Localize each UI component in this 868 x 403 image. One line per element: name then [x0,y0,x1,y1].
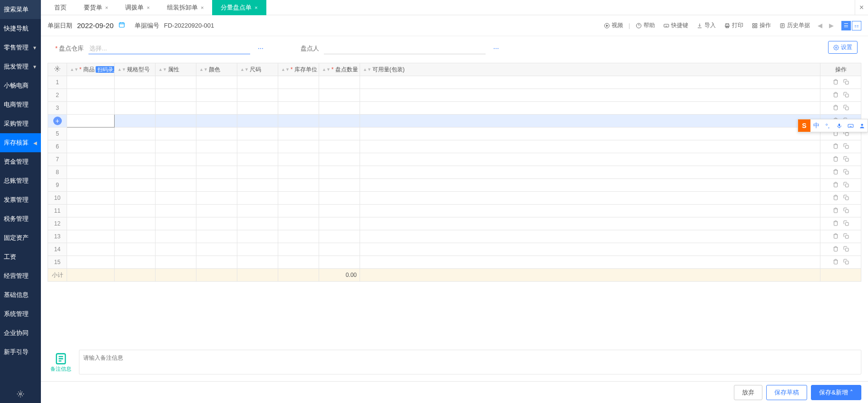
table-row[interactable]: 3 [48,102,861,115]
row-delete-icon[interactable] [833,208,839,215]
table-row[interactable]: 12 [48,217,861,230]
row-delete-icon[interactable] [833,79,839,86]
sidebar-item-4[interactable]: 小畅电商 [0,76,41,95]
sidebar-item-6[interactable]: 采购管理 [0,114,41,133]
table-row[interactable]: 5 [48,128,861,140]
sidebar-item-7[interactable]: 库存核算◀ [0,133,41,152]
row-copy-icon[interactable] [843,157,849,163]
table-row[interactable]: 10 [48,192,861,205]
row-delete-icon[interactable] [833,195,839,202]
toolbar-video[interactable]: 视频 [601,21,626,29]
header-size[interactable]: ▲▼尺码 [237,63,278,76]
row-copy-icon[interactable] [843,182,849,189]
tab-close-icon[interactable]: × [201,0,204,15]
row-copy-icon[interactable] [843,144,849,150]
ime-person-icon[interactable] [856,123,868,129]
sidebar-item-9[interactable]: 总账管理 [0,171,41,190]
sidebar-item-2[interactable]: 零售管理▼ [0,38,41,57]
tab-close-icon[interactable]: × [146,0,149,15]
tab-2[interactable]: 调拨单× [117,0,158,15]
ime-punct-icon[interactable]: °, [822,122,833,129]
sidebar-item-5[interactable]: 电商管理 [0,95,41,114]
sidebar-item-12[interactable]: 固定资产 [0,228,41,247]
person-more-icon[interactable]: ⋯ [493,45,499,52]
header-qty[interactable]: ▲▼*盘点数量 [319,63,360,76]
table-row[interactable]: + [48,115,861,128]
table-row[interactable]: 11 [48,205,861,217]
discard-button[interactable]: 放弃 [734,385,762,400]
sidebar-item-13[interactable]: 工资 [0,247,41,266]
row-delete-icon[interactable] [833,182,839,189]
row-delete-icon[interactable] [833,234,839,240]
tab-3[interactable]: 组装拆卸单× [158,0,212,15]
sidebar-item-17[interactable]: 企业协同 [0,324,41,343]
row-delete-icon[interactable] [833,259,839,266]
table-row[interactable]: 9 [48,179,861,192]
sidebar-item-0[interactable]: 搜索菜单 [0,0,41,19]
toolbar-shortcut[interactable]: 快捷键 [661,21,691,29]
row-copy-icon[interactable] [843,221,849,227]
sidebar-item-8[interactable]: 资金管理 [0,152,41,171]
sidebar-item-11[interactable]: 税务管理 [0,209,41,228]
ime-keyboard-icon[interactable] [845,123,856,129]
toolbar-import[interactable]: 导入 [694,21,719,29]
ime-mic-icon[interactable] [833,123,845,129]
remarks-input[interactable] [79,350,861,374]
save-draft-button[interactable]: 保存草稿 [766,385,807,400]
ime-lang[interactable]: 中 [810,121,822,130]
table-row[interactable]: 2 [48,89,861,102]
row-copy-icon[interactable] [843,79,849,86]
view-grid[interactable]: ⚏ [852,21,861,30]
row-delete-icon[interactable] [833,144,839,150]
sidebar-item-15[interactable]: 基础信息 [0,285,41,305]
add-row-icon[interactable]: + [53,117,62,125]
row-copy-icon[interactable] [843,259,849,266]
sidebar-item-14[interactable]: 经营管理 [0,266,41,285]
header-spec[interactable]: ▲▼规格型号 [115,63,156,76]
row-delete-icon[interactable] [833,169,839,176]
header-avail[interactable]: ▲▼可用量(包装) [360,63,820,76]
scan-badge[interactable]: 扫码录入 [96,66,115,73]
header-unit[interactable]: ▲▼*库存单位 [278,63,319,76]
row-copy-icon[interactable] [843,234,849,240]
toolbar-print[interactable]: 打印 [722,21,746,29]
calendar-icon[interactable] [118,21,125,29]
table-row[interactable]: 13 [48,230,861,243]
tab-1[interactable]: 要货单× [75,0,117,15]
row-copy-icon[interactable] [843,208,849,215]
table-row[interactable]: 14 [48,243,861,256]
tab-close-icon[interactable]: × [105,0,108,15]
settings-button[interactable]: 设置 [828,41,858,54]
sidebar-item-10[interactable]: 发票管理 [0,190,41,209]
row-delete-icon[interactable] [833,157,839,163]
table-row[interactable]: 6 [48,140,861,153]
nav-prev[interactable]: ◀ [816,22,824,29]
row-delete-icon[interactable] [833,246,839,253]
row-delete-icon[interactable] [833,105,839,112]
tab-4[interactable]: 分量盘点单× [212,0,266,15]
table-row[interactable]: 8 [48,166,861,179]
person-input[interactable] [324,43,486,54]
row-delete-icon[interactable] [833,92,839,99]
view-list[interactable]: ☰ [841,21,851,30]
header-attr[interactable]: ▲▼属性 [156,63,196,76]
table-row[interactable]: 7 [48,153,861,166]
warehouse-more-icon[interactable]: ⋯ [258,45,263,52]
row-copy-icon[interactable] [843,195,849,202]
date-value[interactable]: 2022-09-20 [77,21,114,29]
warehouse-input[interactable] [88,43,250,54]
tabs-close-all[interactable]: × [855,0,868,15]
table-row[interactable]: 15 [48,256,861,269]
sidebar-item-16[interactable]: 系统管理 [0,305,41,324]
tab-close-icon[interactable]: × [254,0,257,15]
save-new-button[interactable]: 保存&新增˄ [811,385,861,400]
sidebar-item-18[interactable]: 新手引导 [0,343,41,362]
header-gear[interactable] [48,63,67,76]
toolbar-operate[interactable]: 操作 [749,21,774,29]
ime-toolbar[interactable]: S 中 °, [798,119,868,132]
tab-0[interactable]: 首页 [46,0,75,15]
table-row[interactable]: 1 [48,76,861,89]
product-cell-active[interactable] [67,115,115,128]
sidebar-item-1[interactable]: 快捷导航 [0,19,41,38]
nav-next[interactable]: ▶ [827,22,836,29]
